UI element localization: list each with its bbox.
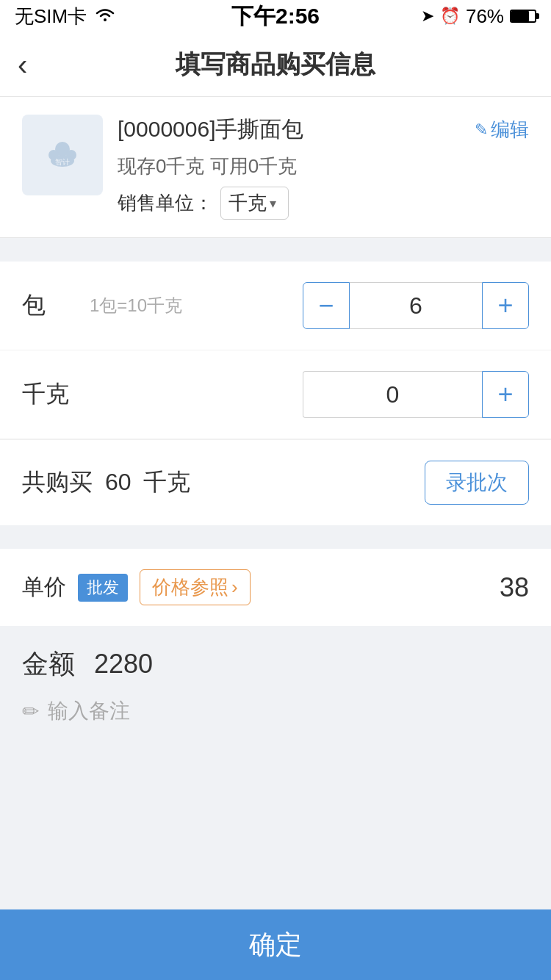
product-thumbnail: 智计 bbox=[22, 115, 103, 195]
svg-text:智计: 智计 bbox=[55, 158, 70, 166]
price-section: 单价 批发 价格参照 › 38 bbox=[0, 549, 551, 626]
status-right: ➤ ⏰ 76% bbox=[421, 5, 536, 28]
status-bar: 无SIM卡 下午2:56 ➤ ⏰ 76% bbox=[0, 0, 551, 32]
bag-label: 包 bbox=[22, 289, 81, 322]
price-value: 38 bbox=[500, 572, 529, 603]
unit-label: 销售单位： bbox=[118, 190, 213, 216]
price-label: 单价 bbox=[22, 572, 66, 602]
alarm-icon: ⏰ bbox=[440, 7, 460, 26]
product-info: [0000006]手撕面包 ✎ 编辑 现存0千克 可用0千克 销售单位： 千克 … bbox=[118, 115, 529, 220]
wifi-icon bbox=[94, 5, 116, 28]
price-badge: 批发 bbox=[78, 574, 128, 602]
separator-1 bbox=[0, 250, 551, 262]
product-stock: 现存0千克 可用0千克 bbox=[118, 154, 529, 179]
page-title: 填写商品购买信息 bbox=[176, 48, 375, 82]
back-button[interactable]: ‹ bbox=[18, 50, 27, 79]
battery-text: 76% bbox=[466, 5, 504, 28]
record-batch-button[interactable]: 录批次 bbox=[425, 461, 529, 505]
product-unit-row: 销售单位： 千克 ▾ bbox=[118, 187, 529, 220]
unit-dropdown[interactable]: 千克 ▾ bbox=[220, 187, 289, 220]
kg-row: 千克 + bbox=[0, 350, 551, 439]
confirm-button[interactable]: 确定 bbox=[0, 909, 551, 980]
product-name-row: [0000006]手撕面包 ✎ 编辑 bbox=[118, 115, 529, 145]
total-text: 共购买 60 千克 bbox=[22, 466, 190, 499]
kg-label: 千克 bbox=[22, 378, 81, 411]
remark-icon: ✏ bbox=[22, 699, 39, 724]
chevron-down-icon: ▾ bbox=[270, 195, 276, 212]
total-row: 共购买 60 千克 录批次 bbox=[0, 439, 551, 525]
location-icon: ➤ bbox=[421, 7, 434, 26]
product-card: 智计 [0000006]手撕面包 ✎ 编辑 现存0千克 可用0千克 销售单位： … bbox=[0, 97, 551, 238]
bag-minus-button[interactable]: − bbox=[303, 282, 350, 329]
kg-qty-input[interactable] bbox=[303, 371, 482, 418]
remark-text: 输入备注 bbox=[48, 697, 130, 725]
amount-section: 金额 2280 ✏ 输入备注 bbox=[0, 626, 551, 740]
price-ref-arrow: › bbox=[231, 576, 238, 599]
battery-icon bbox=[510, 10, 536, 23]
bag-qty-input[interactable] bbox=[350, 282, 482, 329]
product-name: [0000006]手撕面包 bbox=[118, 115, 303, 145]
remark-row[interactable]: ✏ 输入备注 bbox=[22, 697, 529, 725]
price-ref-button[interactable]: 价格参照 › bbox=[140, 569, 251, 605]
bag-hint: 1包=10千克 bbox=[90, 294, 303, 317]
bag-row: 包 1包=10千克 − + bbox=[0, 262, 551, 350]
nav-bar: ‹ 填写商品购买信息 bbox=[0, 32, 551, 97]
bag-plus-button[interactable]: + bbox=[482, 282, 529, 329]
input-section: 包 1包=10千克 − + 千克 + 共购买 60 千克 录批次 bbox=[0, 262, 551, 525]
separator-2 bbox=[0, 525, 551, 537]
kg-qty-control: + bbox=[303, 371, 529, 418]
edit-icon: ✎ bbox=[475, 120, 488, 140]
kg-plus-button[interactable]: + bbox=[482, 371, 529, 418]
amount-row: 金额 2280 bbox=[22, 646, 529, 682]
edit-button[interactable]: ✎ 编辑 bbox=[475, 117, 529, 143]
status-left: 无SIM卡 bbox=[15, 4, 116, 29]
bag-qty-control: − + bbox=[303, 282, 529, 329]
status-time: 下午2:56 bbox=[231, 1, 320, 32]
carrier-text: 无SIM卡 bbox=[15, 4, 87, 29]
